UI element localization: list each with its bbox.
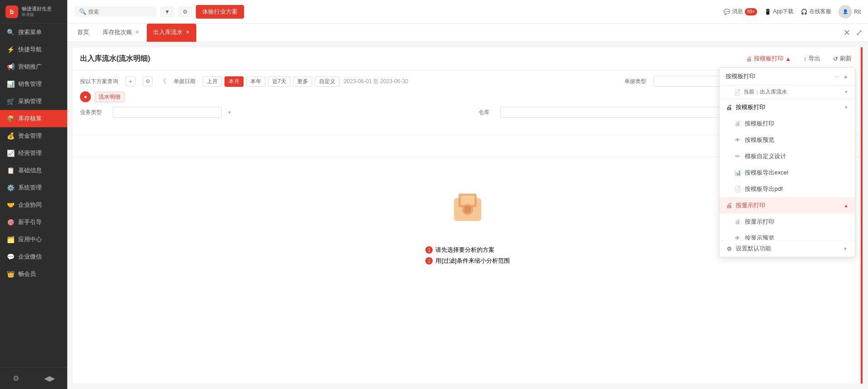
industry-btn[interactable]: 体验行业方案 (196, 5, 244, 19)
app-download-label: App下载 (773, 8, 793, 15)
print-icon: 🖨 (746, 55, 752, 62)
empty-tip-1: 1 请先选择要分析的方案 (425, 246, 509, 254)
sidebar-label-3: 销售管理 (18, 80, 61, 88)
sidebar-item-新手引导[interactable]: 🎯 新手引导 (0, 214, 67, 231)
sidebar-scroll: 🔍 搜索菜单 ⚡ 快捷导航 📢 营销推广 📊 销售管理 🛒 采购管理 📦 库存核… (0, 24, 67, 367)
date-this-year-btn[interactable]: 本年 (246, 76, 265, 87)
sidebar-item-基础信息[interactable]: 📋 基础信息 (0, 162, 67, 179)
filter-setting-btn[interactable]: ⚙ (143, 76, 153, 86)
sidebar-item-营销推广[interactable]: 📢 营销推广 (0, 58, 67, 75)
headset-icon: 🎧 (801, 9, 808, 15)
filter-collapse-btn[interactable]: 《 (160, 77, 166, 85)
pdf-sub-icon: 📄 (734, 185, 741, 193)
sidebar-icon-2: 📢 (6, 63, 15, 71)
warehouse-label: 仓库 (479, 109, 489, 116)
date-this-month-btn[interactable]: 本月 (224, 76, 244, 87)
add-filter-btn[interactable]: + (125, 76, 135, 86)
resize-handle[interactable] (861, 47, 863, 384)
date-custom-btn[interactable]: 自定义 (315, 76, 339, 87)
tab-close-2[interactable]: ✕ (185, 29, 190, 35)
sidebar-icon-4: 🛒 (6, 97, 15, 105)
header-right: 💬 消息 99+ 📱 App下载 🎧 在线客服 👤 Rit (723, 5, 861, 19)
sidebar-item-畅会员[interactable]: 👑 畅会员 (0, 265, 67, 283)
sidebar-item-采购管理[interactable]: 🛒 采购管理 (0, 93, 67, 110)
footer-settings-icon: ⚙ (727, 245, 732, 252)
template-print-btn[interactable]: 🖨 按模板打印 ▲ (743, 53, 795, 65)
refresh-btn[interactable]: ↺ 刷新 (829, 53, 855, 65)
template-print-section-label: 按模板打印 (736, 103, 765, 111)
app-download-btn[interactable]: 📱 App下载 (764, 8, 793, 15)
sidebar-item-搜索菜单[interactable]: 🔍 搜索菜单 (0, 24, 67, 41)
tag-icon: ● (84, 94, 87, 100)
refresh-label: 刷新 (840, 55, 852, 63)
tip-num-2: 2 (425, 257, 433, 264)
preview-sub-icon: 👁 (734, 136, 741, 144)
template-preview-item[interactable]: 👁 按模板预览 (719, 132, 855, 148)
page-content: 出入库流水(流水明细) 🖨 按模板打印 ▲ ↑ 导出 ↺ 刷新 (67, 42, 868, 389)
message-btn[interactable]: 💬 消息 99+ (723, 8, 757, 15)
sidebar-item-企业协同[interactable]: 🤝 企业协同 (0, 196, 67, 214)
template-print-section-header[interactable]: 🖨 按模板打印 ▼ (719, 99, 855, 115)
template-export-pdf-item[interactable]: 📄 按模板导出pdf (719, 181, 855, 197)
sidebar-icon-5: 📦 (6, 115, 15, 123)
tag-label: 流水明细 (99, 93, 120, 101)
search-input[interactable] (88, 9, 143, 15)
template-export-excel-item[interactable]: 📊 按模板导出excel (719, 165, 855, 181)
settings-btn[interactable]: ⚙ (178, 6, 192, 17)
tab-出入库流水[interactable]: 出入库流水✕ (147, 24, 196, 42)
empty-svg (445, 185, 490, 230)
tab-close-1[interactable]: ✕ (135, 29, 140, 35)
sidebar-item-系统管理[interactable]: ⚙️ 系统管理 (0, 179, 67, 196)
footer-arrow: ▼ (843, 246, 848, 251)
sidebar-item-销售管理[interactable]: 📊 销售管理 (0, 75, 67, 93)
display-preview-item[interactable]: 👁 按显示预览 (719, 230, 855, 240)
sidebar-item-资金管理[interactable]: 💰 资金管理 (0, 127, 67, 145)
dropdown-chevron-up[interactable]: ▲ (843, 73, 848, 80)
dropdown-header: 按模板打印 ··· ▲ (719, 68, 855, 85)
current-route: 📄 当前：出入库流水 ▼ (719, 85, 855, 99)
nav-dropdown-btn[interactable]: ▼ (160, 6, 175, 17)
date-7days-btn[interactable]: 近7天 (268, 76, 290, 87)
sidebar-item-经营管理[interactable]: 📈 经营管理 (0, 145, 67, 162)
dropdown-scrollable: 📄 当前：出入库流水 ▼ 🖨 按模板打印 ▼ 🖨 (719, 85, 855, 240)
user-avatar-area[interactable]: 👤 Rit (838, 5, 861, 19)
sidebar-icon-10: 🤝 (6, 201, 15, 209)
dropdown-more-icon[interactable]: ··· (835, 73, 839, 80)
dropdown-footer-label: 设置默认功能 (736, 244, 771, 253)
user-name: Rit (854, 9, 861, 15)
display-print-section-header[interactable]: 🖨 按显示打印 ▲ (719, 197, 855, 214)
template-design-item[interactable]: ✏ 模板自定义设计 (719, 148, 855, 165)
template-print-label: 按模板打印 (754, 55, 783, 63)
tab-首页[interactable]: 首页 (71, 24, 95, 42)
maximize-tab-btn[interactable]: ⤢ (854, 26, 864, 40)
display-print-item[interactable]: 🖨 按显示打印 (719, 214, 855, 230)
business-type-select[interactable] (113, 107, 222, 118)
collapse-sidebar-btn[interactable]: ◀▶ (40, 372, 59, 384)
sidebar-label-5: 库存核算 (18, 115, 61, 123)
settings-icon[interactable]: ⚙ (9, 372, 23, 384)
search-box[interactable]: 🔍 (75, 6, 156, 17)
sidebar-item-快捷导航[interactable]: ⚡ 快捷导航 (0, 41, 67, 58)
date-last-month-btn[interactable]: 上月 (203, 76, 222, 87)
sidebar-icon-3: 📊 (6, 80, 15, 88)
sidebar-label-2: 营销推广 (18, 63, 61, 71)
sidebar-icon-1: ⚡ (6, 45, 15, 54)
date-more-btn[interactable]: 更多 (293, 76, 312, 87)
page-title: 出入库流水(流水明细) (80, 54, 150, 64)
tag-circle-icon: ● (80, 91, 91, 102)
export-btn[interactable]: ↑ 导出 (800, 53, 824, 65)
logo-area: b 畅捷通好生意 标准版 (0, 0, 67, 24)
svg-rect-4 (464, 206, 471, 213)
sidebar-item-应用中心[interactable]: 🗂️ 应用中心 (0, 231, 67, 248)
sidebar-item-库存核算[interactable]: 📦 库存核算 (0, 110, 67, 127)
close-tab-btn[interactable]: ✕ (842, 26, 852, 40)
tab-label-1: 库存批次账 (103, 28, 132, 36)
online-service-btn[interactable]: 🎧 在线客服 (801, 8, 831, 15)
tab-库存批次账[interactable]: 库存批次账✕ (96, 24, 146, 42)
current-route-arrow: ▼ (844, 90, 848, 95)
template-print-item[interactable]: 🖨 按模板打印 (719, 115, 855, 132)
sidebar-item-企业微信[interactable]: 💬 企业微信 (0, 248, 67, 265)
sidebar-icon-6: 💰 (6, 132, 15, 140)
dropdown-footer[interactable]: ⚙ 设置默认功能 ▼ (719, 240, 855, 257)
sidebar-bottom: ⚙ ◀▶ (0, 367, 67, 389)
